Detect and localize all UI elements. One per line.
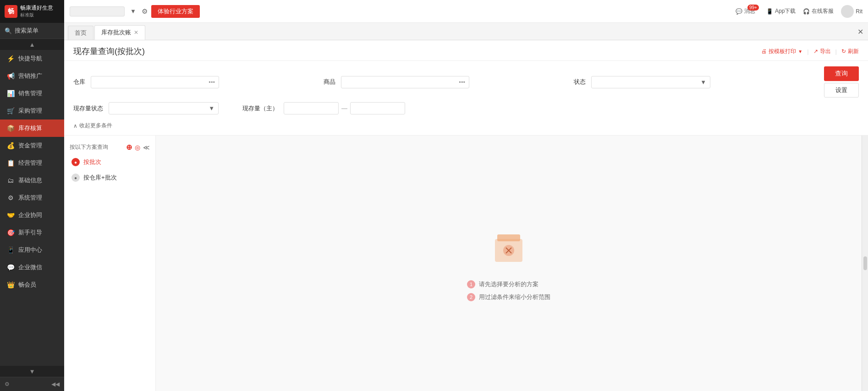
panel-icon-warehouse-batch: ● [71, 174, 80, 182]
collapse-sidebar-icon[interactable]: ◀◀ [51, 381, 60, 387]
sidebar-item-purchase[interactable]: 🛒 采购管理 [0, 102, 64, 119]
topbar-gear-icon[interactable]: ⚙ [142, 7, 148, 16]
message-icon: 💬 [736, 8, 742, 15]
sidebar-item-system[interactable]: ⚙ 系统管理 [0, 189, 64, 206]
sidebar-item-basics[interactable]: 🗂 基础信息 [0, 172, 64, 189]
sidebar-label-operations: 经营管理 [18, 159, 42, 167]
sidebar-item-sales[interactable]: 📊 销售管理 [0, 85, 64, 102]
qty-min-input[interactable] [284, 102, 339, 114]
sidebar-search[interactable]: 🔍 搜索菜单 [0, 23, 64, 39]
data-area: 1 请先选择要分析的方案 2 用过滤条件来缩小分析范围 [156, 136, 862, 391]
page-title: 现存量查询(按批次) [73, 46, 145, 57]
panel-label-batch: 按批次 [83, 158, 101, 166]
collapse-row: ∧ 收起更多条件 [73, 119, 859, 130]
sidebar-brand: 畅康通好生意 标准版 [20, 5, 53, 18]
collapse-btn[interactable]: ∧ 收起更多条件 [73, 122, 859, 130]
app-download-btn[interactable]: 📱 App下载 [766, 7, 796, 15]
left-panel-actions: ⊕ ◎ ≪ [126, 143, 150, 152]
sidebar-item-inventory[interactable]: 📦 库存核算 [0, 119, 64, 137]
sidebar-item-member[interactable]: 👑 畅会员 [0, 276, 64, 293]
qty-range-filter: 现存量（主） — [242, 102, 405, 114]
left-panel-header: 按以下方案查询 ⊕ ◎ ≪ [64, 140, 155, 154]
sidebar-item-marketing[interactable]: 📢 营销推广 [0, 67, 64, 85]
sidebar-item-finance[interactable]: 💰 资金管理 [0, 137, 64, 154]
sidebar-label-wechat: 企业微信 [18, 263, 42, 272]
query-btn[interactable]: 查询 [824, 66, 859, 81]
sidebar-scroll-up[interactable]: ▲ [0, 39, 64, 50]
tab-panel-close-icon[interactable]: ✕ [853, 23, 868, 40]
filter-row-2: 现存量状态 ▼ 现存量（主） — [73, 102, 859, 114]
status-select[interactable]: ▼ [591, 76, 710, 88]
sidebar-edition: 标准版 [20, 12, 53, 18]
content-area: 按以下方案查询 ⊕ ◎ ≪ ● 按批次 ● 按仓库+批次 [64, 136, 868, 391]
experience-btn[interactable]: 体验行业方案 [151, 5, 200, 18]
panel-item-warehouse-batch[interactable]: ● 按仓库+批次 [64, 170, 155, 185]
warehouse-input[interactable]: ••• [91, 76, 219, 88]
tip-num-2: 2 [467, 293, 475, 301]
status-filter: 状态 ▼ [574, 76, 819, 88]
purchase-icon: 🛒 [6, 107, 15, 115]
empty-tip-2: 2 用过滤条件来缩小分析范围 [467, 293, 550, 301]
user-profile-btn[interactable]: Rit [841, 5, 863, 18]
product-input[interactable]: ••• [341, 76, 469, 88]
panel-set-btn[interactable]: ◎ [135, 144, 140, 151]
inventory-status-select[interactable]: ▼ [109, 102, 219, 114]
empty-tips: 1 请先选择要分析的方案 2 用过滤条件来缩小分析范围 [467, 280, 550, 301]
refresh-icon: ↻ [841, 48, 846, 54]
export-btn[interactable]: ↗ 导出 [813, 48, 831, 55]
qty-max-input[interactable] [350, 102, 405, 114]
sidebar-item-quick-nav[interactable]: ⚡ 快捷导航 [0, 50, 64, 67]
dropdown-icon: ▼ [798, 49, 802, 54]
sidebar-item-operations[interactable]: 📋 经营管理 [0, 154, 64, 172]
warehouse-more-icon[interactable]: ••• [209, 79, 215, 86]
panel-item-batch[interactable]: ● 按批次 [64, 154, 155, 170]
sidebar-item-cooperation[interactable]: 🤝 企业协同 [0, 206, 64, 224]
empty-tip-1: 1 请先选择要分析的方案 [467, 280, 550, 288]
sidebar-item-wechat[interactable]: 💬 企业微信 [0, 259, 64, 276]
inventory-status-filter: 现存量状态 ▼ [73, 102, 219, 114]
product-label: 商品 [324, 78, 335, 86]
export-icon: ↗ [813, 48, 818, 54]
left-panel-title: 按以下方案查询 [70, 143, 108, 151]
panel-add-btn[interactable]: ⊕ [126, 143, 132, 152]
search-icon: 🔍 [5, 27, 12, 34]
settings-btn[interactable]: 设置 [824, 83, 859, 98]
sidebar-scroll-down[interactable]: ▼ [0, 366, 64, 377]
tab-inventory-batch[interactable]: 库存批次账✕ [94, 25, 145, 40]
app-logo: 畅 [5, 5, 17, 18]
qty-label: 现存量（主） [242, 104, 278, 113]
product-more-icon[interactable]: ••• [459, 79, 465, 86]
topbar-nav-input[interactable] [70, 6, 125, 16]
warehouse-label: 仓库 [73, 78, 85, 86]
settings-icon[interactable]: ⚙ [5, 381, 10, 387]
headset-icon: 🎧 [803, 8, 810, 15]
topbar: ▼ ⚙ 体验行业方案 💬 消息 99+ 📱 App下载 🎧 在线客服 [64, 0, 868, 23]
sales-icon: 📊 [6, 89, 15, 98]
panel-collapse-btn[interactable]: ≪ [143, 144, 150, 151]
page-content: 现存量查询(按批次) 🖨 按模板打印 ▼ | ↗ 导出 | ↻ [64, 40, 868, 391]
sidebar-label-inventory: 库存核算 [18, 124, 42, 132]
tab-home[interactable]: 首页 [68, 26, 93, 40]
tab-label-home: 首页 [75, 29, 87, 37]
topbar-dropdown-icon[interactable]: ▼ [128, 7, 138, 16]
print-template-btn[interactable]: 🖨 按模板打印 ▼ [761, 48, 802, 55]
sidebar-label-basics: 基础信息 [18, 176, 42, 185]
sidebar-label-quick-nav: 快捷导航 [18, 54, 42, 63]
sidebar-nav: ⚡ 快捷导航 📢 营销推广 📊 销售管理 🛒 采购管理 📦 库存核算 💰 资金管… [0, 50, 64, 366]
right-scrollbar[interactable] [862, 136, 868, 391]
sidebar-label-member: 畅会员 [18, 281, 36, 289]
filter-area: 仓库 ••• 商品 ••• 状态 [64, 61, 868, 136]
sidebar-item-newbie[interactable]: 🎯 新手引导 [0, 224, 64, 241]
sidebar-header: 畅 畅康通好生意 标准版 [0, 0, 64, 23]
page-header: 现存量查询(按批次) 🖨 按模板打印 ▼ | ↗ 导出 | ↻ [64, 40, 868, 61]
operations-icon: 📋 [6, 159, 15, 167]
action-buttons: 查询 设置 [824, 66, 859, 98]
scrollbar-thumb [863, 256, 867, 270]
messages-btn[interactable]: 💬 消息 99+ [736, 7, 755, 15]
product-filter: 商品 ••• [324, 76, 568, 88]
tab-close-inventory-batch[interactable]: ✕ [134, 29, 138, 36]
sidebar-item-app-center[interactable]: 📱 应用中心 [0, 241, 64, 259]
customer-service-btn[interactable]: 🎧 在线客服 [803, 7, 834, 15]
refresh-btn[interactable]: ↻ 刷新 [841, 48, 859, 55]
phone-icon: 📱 [766, 8, 773, 15]
